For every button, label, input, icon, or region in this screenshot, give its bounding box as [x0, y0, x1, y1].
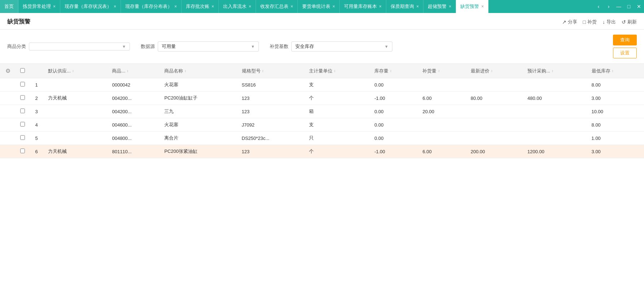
col-code-label: 商品... — [112, 68, 125, 74]
row-unit: 只 — [305, 132, 370, 145]
tab-close-btn[interactable]: × — [481, 4, 484, 9]
datasource-select[interactable]: 可用量 ▼ — [158, 41, 259, 52]
tab-next-btn[interactable]: › — [604, 0, 614, 13]
row-gear-cell — [0, 78, 16, 92]
row-latest-price — [466, 132, 523, 145]
window-close-btn[interactable]: ✕ — [634, 0, 644, 13]
tab-item-2[interactable]: 现存量（库存状况表）× — [60, 0, 121, 13]
tab-close-btn[interactable]: × — [379, 4, 382, 9]
tab-item-11[interactable]: 缺货预警× — [456, 0, 488, 13]
tab-item-3[interactable]: 现存量（库存分布表）× — [121, 0, 182, 13]
supplier-sort-icon[interactable]: ↕ — [72, 69, 74, 73]
row-min-stock: 8.00 — [587, 78, 644, 92]
data-table: ⚙ 默认供应... ↕ 商品... — [0, 63, 644, 158]
tab-item-0[interactable]: 首页 — [0, 0, 18, 13]
col-stock-header: 库存量 ↕ — [370, 64, 418, 78]
tab-close-btn[interactable]: × — [174, 4, 177, 9]
select-all-checkbox[interactable] — [20, 68, 25, 73]
window-minimize-btn[interactable]: — — [614, 0, 624, 13]
tab-item-8[interactable]: 可用量库存账本× — [340, 0, 386, 13]
row-stock: -1.00 — [370, 145, 418, 158]
base-arrow-icon: ▼ — [384, 44, 388, 49]
tab-label: 库存批次账 — [186, 3, 209, 10]
row-check-cell — [16, 118, 29, 132]
datasource-value: 可用量 — [162, 43, 176, 50]
table-settings-icon[interactable]: ⚙ — [5, 68, 10, 74]
refresh-btn[interactable]: ↺ 刷新 — [622, 19, 637, 25]
tab-prev-btn[interactable]: ‹ — [593, 0, 604, 13]
tab-item-1[interactable]: 拣货异常处理× — [18, 0, 60, 13]
row-seq: 3 — [29, 105, 44, 118]
spec-sort-icon[interactable]: ↕ — [262, 69, 264, 73]
filter-area: 商品分类 ▼ 数据源 可用量 ▼ 补货基数 安全库存 ▼ 查询 设置 — [0, 30, 644, 63]
tab-item-9[interactable]: 保质期查询× — [386, 0, 423, 13]
row-replenish: 20.00 — [418, 105, 466, 118]
base-select[interactable]: 安全库存 ▼ — [291, 41, 392, 52]
row-supplier — [44, 132, 108, 145]
tab-label: 要货单统计表 — [302, 3, 330, 10]
stock-sort-icon[interactable]: ↕ — [390, 69, 392, 73]
tab-close-btn[interactable]: × — [114, 4, 116, 9]
row-unit: 个 — [305, 145, 370, 158]
row-est-purchase: 1200.00 — [523, 145, 587, 158]
row-checkbox[interactable] — [20, 149, 25, 153]
table-row: 4 004600... 火花塞 J7092 支 0.00 8.00 — [0, 118, 644, 132]
row-seq: 1 — [29, 78, 44, 92]
row-checkbox[interactable] — [20, 109, 25, 113]
tab-close-btn[interactable]: × — [249, 4, 251, 9]
row-code: 004800... — [108, 132, 160, 145]
unit-sort-icon[interactable]: ↕ — [334, 69, 336, 73]
row-spec: DS250*23c... — [238, 132, 305, 145]
tab-item-5[interactable]: 出入库流水× — [219, 0, 256, 13]
tab-label: 出入库流水 — [223, 3, 247, 10]
share-btn[interactable]: ↗ 分享 — [562, 19, 577, 25]
row-checkbox[interactable] — [20, 95, 25, 100]
tab-close-btn[interactable]: × — [291, 4, 293, 9]
tab-close-btn[interactable]: × — [332, 4, 335, 9]
query-button[interactable]: 查询 — [613, 35, 637, 45]
row-checkbox[interactable] — [20, 122, 25, 127]
col-latest-price-header: 最新进价 ↕ — [466, 64, 523, 78]
row-gear-cell — [0, 145, 16, 158]
table-row: 1 0000042 火花塞 SS816 支 0.00 8.00 — [0, 78, 644, 92]
row-min-stock: 3.00 — [587, 92, 644, 105]
col-replenish-label: 补货量 — [422, 68, 436, 74]
est-purchase-sort-icon[interactable]: ↕ — [552, 69, 553, 73]
tab-label: 现存量（库存分布表） — [125, 3, 172, 10]
row-code: 801110... — [108, 145, 160, 158]
export-btn[interactable]: ↓ 导出 — [602, 19, 616, 25]
tab-label: 超储预警 — [428, 3, 447, 10]
tab-close-btn[interactable]: × — [212, 4, 214, 9]
latest-price-sort-icon[interactable]: ↕ — [491, 69, 493, 73]
tab-item-7[interactable]: 要货单统计表× — [298, 0, 340, 13]
name-sort-icon[interactable]: ↕ — [184, 69, 186, 73]
row-check-cell — [16, 105, 29, 118]
row-code: 004600... — [108, 118, 160, 132]
datasource-arrow-icon: ▼ — [251, 44, 255, 49]
row-stock: 0.00 — [370, 132, 418, 145]
row-seq: 2 — [29, 92, 44, 105]
row-name: 离合片 — [160, 132, 237, 145]
row-spec: SS816 — [238, 78, 305, 92]
replenish-sort-icon[interactable]: ↕ — [438, 69, 440, 73]
tab-item-10[interactable]: 超储预警× — [423, 0, 456, 13]
window-maximize-btn[interactable]: □ — [624, 0, 634, 13]
code-sort-icon[interactable]: ↕ — [127, 69, 129, 73]
row-unit: 个 — [305, 92, 370, 105]
tab-item-4[interactable]: 库存批次账× — [182, 0, 219, 13]
tab-close-btn[interactable]: × — [53, 4, 56, 9]
row-checkbox[interactable] — [20, 135, 25, 140]
category-select[interactable]: ▼ — [29, 43, 130, 50]
min-stock-sort-icon[interactable]: ↕ — [612, 69, 614, 73]
col-name-header: 商品名称 ↕ — [160, 64, 237, 78]
tab-label: 缺货预警 — [460, 3, 479, 10]
row-gear-cell — [0, 92, 16, 105]
row-spec: 123 — [238, 105, 305, 118]
row-unit: 支 — [305, 78, 370, 92]
settings-button[interactable]: 设置 — [613, 48, 637, 58]
tab-close-btn[interactable]: × — [449, 4, 451, 9]
tab-close-btn[interactable]: × — [416, 4, 419, 9]
row-checkbox[interactable] — [20, 82, 25, 87]
replenish-btn[interactable]: □ 补货 — [583, 19, 597, 25]
tab-item-6[interactable]: 收发存汇总表× — [256, 0, 298, 13]
